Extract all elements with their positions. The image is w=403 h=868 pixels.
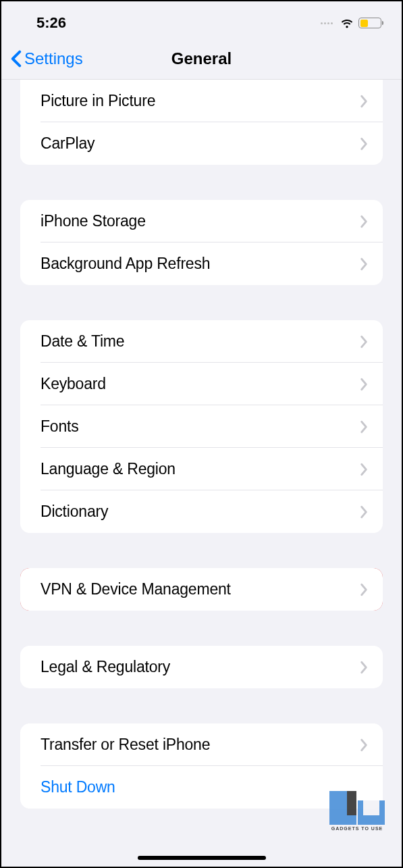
chevron-right-icon — [360, 661, 368, 674]
wifi-icon — [340, 16, 354, 30]
chevron-left-icon — [11, 50, 22, 68]
chevron-right-icon — [360, 505, 368, 519]
back-button[interactable]: Settings — [11, 49, 83, 68]
page-title: General — [171, 49, 232, 68]
status-bar: 5:26 — [1, 1, 402, 41]
chevron-right-icon — [360, 738, 368, 752]
settings-row-keyboard[interactable]: Keyboard — [20, 363, 383, 405]
row-label: Dictionary — [41, 503, 108, 521]
home-indicator[interactable] — [138, 856, 266, 860]
settings-group: Picture in Picture CarPlay — [20, 80, 383, 165]
row-label: CarPlay — [41, 134, 95, 153]
row-label: Picture in Picture — [41, 92, 155, 110]
chevron-right-icon — [360, 215, 368, 228]
row-label: iPhone Storage — [41, 212, 146, 230]
settings-group: Legal & Regulatory — [20, 646, 383, 688]
settings-row-iphone-storage[interactable]: iPhone Storage — [20, 200, 383, 242]
chevron-right-icon — [360, 137, 368, 151]
chevron-right-icon — [360, 583, 368, 596]
back-label: Settings — [24, 49, 83, 68]
status-icons — [321, 16, 381, 30]
chevron-right-icon — [360, 463, 368, 476]
settings-row-language-region[interactable]: Language & Region — [20, 448, 383, 490]
settings-row-fonts[interactable]: Fonts — [20, 405, 383, 448]
status-time: 5:26 — [36, 14, 66, 32]
row-label: Transfer or Reset iPhone — [41, 736, 210, 754]
chevron-right-icon — [360, 257, 368, 271]
chevron-right-icon — [360, 420, 368, 434]
settings-row-dictionary[interactable]: Dictionary — [20, 490, 383, 533]
watermark-text: GADGETS TO USE — [331, 826, 383, 831]
settings-row-carplay[interactable]: CarPlay — [20, 122, 383, 165]
row-label: Keyboard — [41, 375, 106, 393]
settings-group: iPhone Storage Background App Refresh — [20, 200, 383, 285]
settings-row-vpn-device-management[interactable]: VPN & Device Management — [20, 568, 383, 611]
row-label: VPN & Device Management — [41, 580, 231, 598]
settings-group-highlighted: VPN & Device Management — [20, 568, 383, 611]
row-label: Shut Down — [41, 778, 115, 796]
row-label: Fonts — [41, 417, 79, 436]
settings-row-transfer-reset[interactable]: Transfer or Reset iPhone — [20, 723, 383, 766]
row-label: Language & Region — [41, 460, 176, 478]
row-label: Legal & Regulatory — [41, 658, 170, 676]
row-label: Background App Refresh — [41, 255, 210, 273]
signal-dots-icon — [321, 22, 333, 24]
settings-group: Date & Time Keyboard Fonts Language & Re… — [20, 320, 383, 533]
settings-row-legal-regulatory[interactable]: Legal & Regulatory — [20, 646, 383, 688]
watermark-logo: GADGETS TO USE — [317, 791, 398, 838]
settings-row-picture-in-picture[interactable]: Picture in Picture — [20, 80, 383, 122]
settings-row-date-time[interactable]: Date & Time — [20, 320, 383, 363]
chevron-right-icon — [360, 95, 368, 108]
battery-icon — [358, 18, 381, 28]
chevron-right-icon — [360, 378, 368, 391]
row-label: Date & Time — [41, 332, 124, 351]
settings-row-background-app-refresh[interactable]: Background App Refresh — [20, 242, 383, 285]
nav-bar: Settings General — [1, 41, 402, 80]
settings-content: Picture in Picture CarPlay iPhone Storag… — [1, 80, 402, 809]
chevron-right-icon — [360, 335, 368, 349]
